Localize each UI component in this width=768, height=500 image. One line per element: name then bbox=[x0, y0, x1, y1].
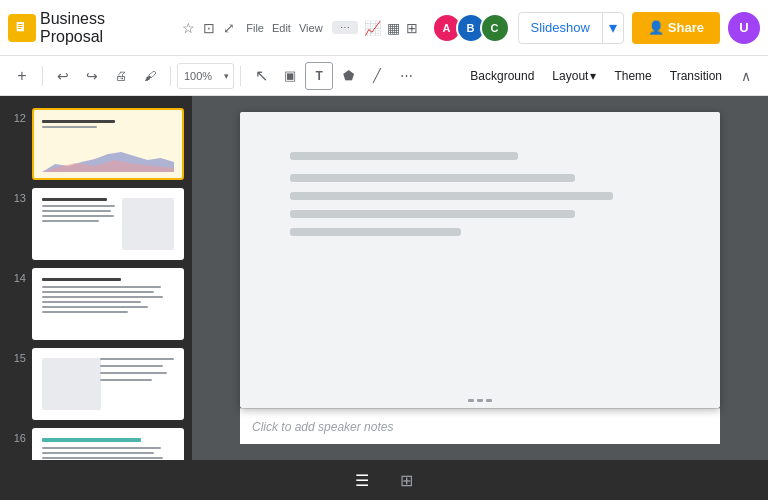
title-bar-left: Business Proposal ☆ ⊡ ⤢ File Edit View ⋯ bbox=[8, 10, 358, 46]
image-button[interactable]: ▣ bbox=[276, 62, 304, 90]
slide-thumb-12[interactable] bbox=[32, 108, 184, 180]
title-bar-right: 📈 ▦ ⊞ A B C Slideshow ▾ 👤 Share U bbox=[364, 12, 760, 44]
zoom-control[interactable]: 100% ▾ bbox=[177, 63, 234, 89]
slide-12-chart bbox=[42, 144, 174, 172]
zoom-arrow: ▾ bbox=[218, 71, 233, 81]
toolbar-group-add: + bbox=[8, 62, 36, 90]
toolbar-divider-3 bbox=[240, 66, 241, 86]
toolbar-group-tools: ↖ ▣ T ⬟ ╱ ⋯ bbox=[247, 62, 420, 90]
toolbar-group-history: ↩ ↪ 🖨 🖌 bbox=[49, 62, 164, 90]
toolbar-divider-1 bbox=[42, 66, 43, 86]
print-button[interactable]: 🖨 bbox=[107, 62, 135, 90]
slide-number-12: 12 bbox=[8, 108, 26, 124]
speaker-notes-placeholder[interactable]: Click to add speaker notes bbox=[252, 420, 393, 434]
scroll-dot-2 bbox=[477, 399, 483, 402]
doc-title[interactable]: Business Proposal bbox=[40, 10, 172, 46]
slide-panel[interactable]: 12 13 bbox=[0, 96, 192, 460]
background-button[interactable]: Background bbox=[462, 62, 542, 90]
meta-tag-1: File bbox=[243, 22, 267, 34]
slide-item-14[interactable]: 14 bbox=[0, 264, 192, 344]
list-view-icon: ☰ bbox=[355, 471, 369, 490]
slide-thumb-14[interactable] bbox=[32, 268, 184, 340]
share-button[interactable]: 👤 Share bbox=[632, 12, 720, 44]
title-bar-meta: File Edit View ⋯ bbox=[243, 21, 357, 34]
collaborator-avatars: A B C bbox=[432, 13, 510, 43]
scroll-dot-3 bbox=[486, 399, 492, 402]
canvas-content bbox=[240, 112, 720, 286]
layout-label: Layout bbox=[552, 69, 588, 83]
list-view-button[interactable]: ☰ bbox=[348, 466, 376, 494]
layout-arrow: ▾ bbox=[590, 69, 596, 83]
cursor-button[interactable]: ↖ bbox=[247, 62, 275, 90]
slide-canvas[interactable] bbox=[240, 112, 720, 408]
add-button[interactable]: + bbox=[8, 62, 36, 90]
shape-button[interactable]: ⬟ bbox=[334, 62, 362, 90]
meta-tag-2: Edit bbox=[269, 22, 294, 34]
meta-tag-3: View bbox=[296, 22, 326, 34]
slide-13-left-lines bbox=[42, 198, 123, 225]
share-label: Share bbox=[668, 20, 704, 35]
slide-15-lines bbox=[100, 358, 174, 385]
scroll-hint bbox=[468, 399, 492, 402]
paint-button[interactable]: 🖌 bbox=[136, 62, 164, 90]
scroll-dot-1 bbox=[468, 399, 474, 402]
slide-item-16[interactable]: 16 bbox=[0, 424, 192, 460]
slideshow-arrow[interactable]: ▾ bbox=[603, 13, 623, 43]
slide-item-15[interactable]: 15 bbox=[0, 344, 192, 424]
star-icon[interactable]: ☆ bbox=[180, 18, 197, 38]
slideshow-label[interactable]: Slideshow bbox=[519, 13, 603, 43]
slide-16-content bbox=[42, 438, 174, 460]
main-area: 12 13 bbox=[0, 96, 768, 460]
canvas-area: Click to add speaker notes bbox=[192, 96, 768, 460]
slide-15-box bbox=[42, 358, 101, 410]
textbox-button[interactable]: T bbox=[305, 62, 333, 90]
collab-icon-3[interactable]: ⊞ bbox=[406, 20, 418, 36]
slide-number-13: 13 bbox=[8, 188, 26, 204]
slide-item-12[interactable]: 12 bbox=[0, 104, 192, 184]
toolbar-divider-2 bbox=[170, 66, 171, 86]
slide-number-15: 15 bbox=[8, 348, 26, 364]
collab-icon-2[interactable]: ▦ bbox=[387, 20, 400, 36]
slide-item-13[interactable]: 13 bbox=[0, 184, 192, 264]
svg-rect-1 bbox=[18, 24, 23, 25]
speaker-notes[interactable]: Click to add speaker notes bbox=[240, 408, 720, 444]
slideshow-button[interactable]: Slideshow ▾ bbox=[518, 12, 624, 44]
slide-number-16: 16 bbox=[8, 428, 26, 444]
slide-thumb-13[interactable] bbox=[32, 188, 184, 260]
line-button[interactable]: ╱ bbox=[363, 62, 391, 90]
collapse-button[interactable]: ∧ bbox=[732, 62, 760, 90]
svg-rect-3 bbox=[18, 28, 21, 29]
user-initial: U bbox=[739, 20, 748, 35]
grid-view-icon: ⊞ bbox=[400, 471, 413, 490]
autosave-indicator: ⋯ bbox=[332, 21, 358, 34]
theme-button[interactable]: Theme bbox=[606, 62, 659, 90]
bottom-toolbar: ☰ ⊞ bbox=[0, 460, 768, 500]
more-button[interactable]: ⋯ bbox=[392, 62, 420, 90]
transition-button[interactable]: Transition bbox=[662, 62, 730, 90]
share-icon[interactable]: ⤢ bbox=[221, 18, 237, 38]
toolbar-right-items: Background Layout ▾ Theme Transition ∧ bbox=[462, 62, 760, 90]
svg-rect-2 bbox=[18, 26, 23, 27]
zoom-label: 100% bbox=[178, 70, 218, 82]
user-avatar[interactable]: U bbox=[728, 12, 760, 44]
slide-13-right-box bbox=[122, 198, 174, 250]
app-icon bbox=[8, 14, 36, 42]
avatar-3: C bbox=[480, 13, 510, 43]
slide-12-lines bbox=[42, 120, 174, 131]
undo-button[interactable]: ↩ bbox=[49, 62, 77, 90]
layout-button[interactable]: Layout ▾ bbox=[544, 62, 604, 90]
slide-thumb-16[interactable] bbox=[32, 428, 184, 460]
collab-icons: 📈 ▦ ⊞ bbox=[364, 20, 418, 36]
toolbar: + ↩ ↪ 🖨 🖌 100% ▾ ↖ ▣ T ⬟ ╱ ⋯ Background … bbox=[0, 56, 768, 96]
drive-icon[interactable]: ⊡ bbox=[201, 18, 217, 38]
title-bar: Business Proposal ☆ ⊡ ⤢ File Edit View ⋯… bbox=[0, 0, 768, 56]
share-icon-btn: 👤 bbox=[648, 20, 664, 35]
grid-view-button[interactable]: ⊞ bbox=[392, 466, 420, 494]
slide-number-14: 14 bbox=[8, 268, 26, 284]
collab-icon-1[interactable]: 📈 bbox=[364, 20, 381, 36]
slide-14-content bbox=[42, 278, 174, 316]
slide-thumb-15[interactable] bbox=[32, 348, 184, 420]
redo-button[interactable]: ↪ bbox=[78, 62, 106, 90]
